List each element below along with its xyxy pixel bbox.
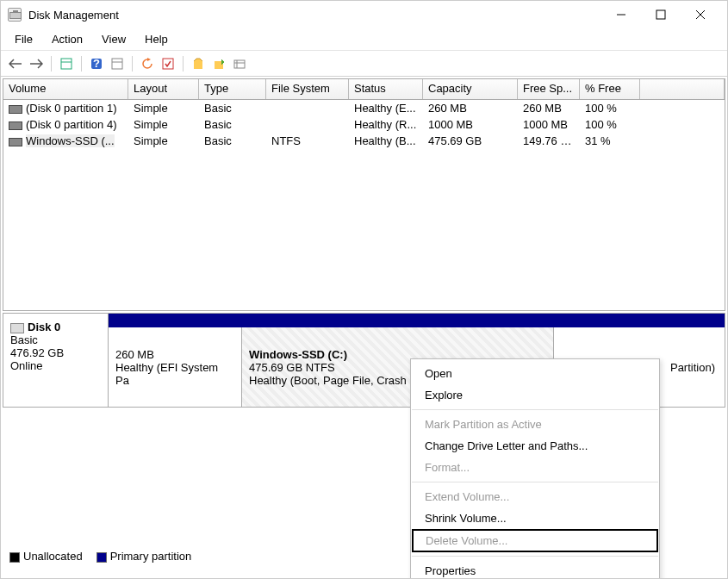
col-layout[interactable]: Layout — [128, 79, 199, 99]
partition-size: 260 MB — [115, 348, 234, 361]
disk-label-pane[interactable]: Disk 0 Basic 476.92 GB Online — [3, 314, 109, 407]
legend-primary: Primary partition — [96, 550, 192, 563]
minimize-button[interactable] — [601, 1, 641, 28]
svg-rect-10 — [163, 59, 173, 69]
context-menu: OpenExploreMark Partition as ActiveChang… — [410, 358, 660, 579]
svg-rect-4 — [61, 59, 72, 69]
legend: Unallocated Primary partition — [9, 550, 191, 563]
disk-icon — [10, 323, 24, 333]
forward-button[interactable] — [28, 56, 44, 72]
menu-item[interactable]: Change Drive Letter and Paths... — [411, 435, 659, 457]
menu-item[interactable]: Open — [411, 363, 659, 384]
window-title: Disk Management — [28, 9, 601, 22]
col-fs[interactable]: File System — [266, 79, 349, 99]
menu-item[interactable]: Shrink Volume... — [411, 507, 659, 529]
menu-file[interactable]: File — [6, 30, 41, 48]
menu-action[interactable]: Action — [43, 30, 91, 48]
table-row[interactable]: (Disk 0 partition 1)SimpleBasicHealthy (… — [3, 100, 725, 116]
col-pct[interactable]: % Free — [580, 79, 640, 99]
table-row[interactable]: Windows-SSD (...SimpleBasicNTFSHealthy (… — [3, 133, 725, 149]
col-extra[interactable] — [640, 79, 725, 99]
menu-view[interactable]: View — [93, 30, 134, 48]
volume-name: Windows-SSD (... — [26, 134, 115, 147]
maximize-button[interactable] — [641, 1, 681, 28]
volume-name: (Disk 0 partition 4) — [26, 118, 116, 131]
menu-help[interactable]: Help — [136, 30, 177, 48]
refresh-icon[interactable] — [140, 56, 155, 72]
menu-item: Extend Volume... — [411, 486, 659, 507]
col-type[interactable]: Type — [199, 79, 266, 99]
tb-icon-8[interactable] — [232, 56, 247, 72]
tb-icon-3[interactable] — [109, 56, 125, 72]
back-button[interactable] — [8, 56, 23, 72]
menu-item: Format... — [411, 457, 659, 478]
menu-item: Mark Partition as Active — [411, 414, 659, 435]
svg-text:?: ? — [93, 58, 100, 70]
menubar: File Action View Help — [1, 28, 727, 51]
toolbar: ? — [1, 51, 727, 77]
menu-separator — [412, 556, 658, 557]
tb-icon-6[interactable] — [190, 56, 206, 72]
volume-icon — [9, 138, 22, 146]
col-status[interactable]: Status — [349, 79, 423, 99]
close-button[interactable] — [681, 1, 720, 28]
legend-unallocated: Unallocated — [9, 550, 83, 563]
disk-size: 476.92 GB — [10, 346, 101, 359]
disk-type: Basic — [10, 333, 101, 346]
table-row[interactable]: (Disk 0 partition 4)SimpleBasicHealthy (… — [3, 116, 725, 133]
help-icon[interactable]: ? — [89, 56, 104, 72]
volume-name: (Disk 0 partition 1) — [26, 102, 116, 115]
svg-rect-1 — [656, 10, 665, 19]
svg-rect-13 — [234, 60, 245, 68]
col-capacity[interactable]: Capacity — [423, 79, 518, 99]
titlebar: Disk Management — [1, 1, 727, 28]
grid-header: Volume Layout Type File System Status Ca… — [3, 79, 725, 100]
svg-rect-11 — [194, 61, 202, 69]
tb-icon-7[interactable] — [211, 56, 227, 72]
volume-icon — [9, 105, 22, 114]
tb-icon-1[interactable] — [59, 56, 74, 72]
col-volume[interactable]: Volume — [3, 79, 128, 99]
menu-item: Delete Volume... — [412, 529, 658, 552]
disk-name: Disk 0 — [28, 321, 60, 333]
svg-rect-8 — [112, 59, 122, 69]
swatch-primary — [96, 552, 107, 563]
menu-separator — [412, 409, 658, 410]
disk-status: Online — [10, 359, 101, 372]
tb-icon-5[interactable] — [160, 56, 176, 72]
col-free[interactable]: Free Sp... — [518, 79, 580, 99]
swatch-unallocated — [9, 552, 20, 563]
menu-item[interactable]: Properties — [411, 560, 659, 579]
partition-status: Healthy (EFI System Pa — [115, 361, 234, 387]
window-controls — [601, 1, 720, 28]
app-icon — [8, 8, 22, 22]
partition-colorbar — [109, 314, 725, 327]
partition-block[interactable]: 260 MBHealthy (EFI System Pa — [109, 327, 242, 407]
menu-item[interactable]: Explore — [411, 384, 659, 406]
grid-body: (Disk 0 partition 1)SimpleBasicHealthy (… — [3, 100, 725, 149]
volume-grid: Volume Layout Type File System Status Ca… — [3, 78, 725, 311]
menu-separator — [412, 482, 658, 482]
volume-icon — [9, 121, 22, 130]
